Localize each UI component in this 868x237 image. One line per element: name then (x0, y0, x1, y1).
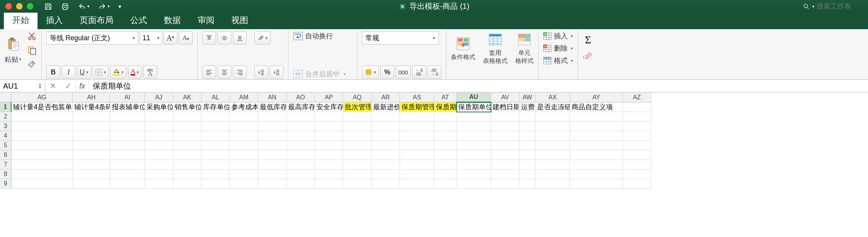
cell-AN8[interactable] (258, 170, 287, 179)
paste-button[interactable] (5, 36, 21, 53)
accept-formula-icon[interactable]: ✓ (61, 81, 76, 91)
cell-AT7[interactable] (434, 160, 457, 170)
column-header-AN[interactable]: AN (258, 92, 287, 102)
bold-button[interactable]: B (46, 66, 60, 79)
minimize-window-button[interactable] (16, 3, 23, 10)
underline-button[interactable]: U (77, 66, 91, 79)
align-right-button[interactable] (233, 66, 247, 79)
cell-AK5[interactable] (173, 141, 201, 150)
cell-AK6[interactable] (173, 150, 201, 160)
cell-AN4[interactable] (258, 131, 287, 141)
cell-AU9[interactable] (457, 179, 491, 189)
cell-AL1[interactable]: 库存单位 (201, 102, 230, 112)
cell-AQ1[interactable]: 批次管理 (343, 102, 372, 112)
cell-AK9[interactable] (173, 179, 201, 189)
cell-AV7[interactable] (491, 160, 519, 170)
cell-AP5[interactable] (315, 141, 343, 150)
cell-AR4[interactable] (372, 131, 400, 141)
insert-cells-button[interactable]: 插入▾ (543, 31, 573, 41)
cell-AL2[interactable] (201, 112, 230, 122)
cell-AI2[interactable] (110, 112, 145, 122)
cell-AP6[interactable] (315, 150, 343, 160)
search-box[interactable]: ▾ (803, 2, 863, 10)
cell-AO6[interactable] (287, 150, 315, 160)
merge-center-button[interactable]: 合并后居中 ▾ (293, 69, 352, 79)
align-left-button[interactable] (202, 66, 216, 79)
cell-AY5[interactable] (570, 141, 623, 150)
cell-AH9[interactable] (73, 179, 110, 189)
cell-AU2[interactable] (457, 112, 491, 122)
tab-开始[interactable]: 开始 (4, 12, 38, 29)
column-header-AT[interactable]: AT (434, 92, 457, 102)
cell-AI9[interactable] (110, 179, 145, 189)
cell-AZ3[interactable] (623, 122, 651, 131)
align-bottom-button[interactable] (233, 31, 247, 44)
cell-AY8[interactable] (570, 170, 623, 179)
cell-AM3[interactable] (230, 122, 258, 131)
cell-AY9[interactable] (570, 179, 623, 189)
cell-AM1[interactable]: 参考成本 (230, 102, 258, 112)
cell-AJ3[interactable] (145, 122, 173, 131)
column-header-AH[interactable]: AH (73, 92, 110, 102)
cut-icon[interactable] (27, 31, 37, 41)
cell-AT9[interactable] (434, 179, 457, 189)
cell-AV5[interactable] (491, 141, 519, 150)
cell-AO8[interactable] (287, 170, 315, 179)
cell-AW1[interactable]: 运费 (519, 102, 536, 112)
cell-AR7[interactable] (372, 160, 400, 170)
cell-AH5[interactable] (73, 141, 110, 150)
cell-AT8[interactable] (434, 170, 457, 179)
cell-AW5[interactable] (519, 141, 536, 150)
cell-AV4[interactable] (491, 131, 519, 141)
borders-button[interactable] (93, 66, 109, 79)
cell-AH3[interactable] (73, 122, 110, 131)
cell-AP1[interactable]: 安全库存 (315, 102, 343, 112)
cell-AV6[interactable] (491, 150, 519, 160)
cell-AX3[interactable] (536, 122, 570, 131)
cell-AQ5[interactable] (343, 141, 372, 150)
row-header-4[interactable]: 4 (0, 131, 11, 141)
print-icon[interactable] (61, 2, 69, 11)
cell-AY7[interactable] (570, 160, 623, 170)
column-header-AK[interactable]: AK (173, 92, 201, 102)
cell-AM2[interactable] (230, 112, 258, 122)
cell-AP8[interactable] (315, 170, 343, 179)
cell-AG5[interactable] (11, 141, 73, 150)
cell-AN5[interactable] (258, 141, 287, 150)
cell-AR5[interactable] (372, 141, 400, 150)
cell-AM8[interactable] (230, 170, 258, 179)
cell-AV9[interactable] (491, 179, 519, 189)
percent-button[interactable]: % (380, 66, 394, 79)
cell-AR1[interactable]: 最新进价 (372, 102, 400, 112)
close-window-button[interactable] (5, 3, 12, 10)
orientation-button[interactable]: ab (254, 31, 270, 44)
formula-input[interactable]: 保质期单位 (89, 81, 868, 91)
cell-AW2[interactable] (519, 112, 536, 122)
font-size-selector[interactable]: 11 (140, 31, 162, 44)
cell-AL8[interactable] (201, 170, 230, 179)
cell-AJ4[interactable] (145, 131, 173, 141)
tab-插入[interactable]: 插入 (38, 12, 71, 29)
cell-AG7[interactable] (11, 160, 73, 170)
cell-AX7[interactable] (536, 160, 570, 170)
cell-AZ5[interactable] (623, 141, 651, 150)
number-format-selector[interactable]: 常规 (362, 31, 439, 44)
cell-AH2[interactable] (73, 112, 110, 122)
cell-AS9[interactable] (400, 179, 434, 189)
column-header-AI[interactable]: AI (110, 92, 145, 102)
tab-公式[interactable]: 公式 (122, 12, 156, 29)
cell-AH4[interactable] (73, 131, 110, 141)
cell-AL5[interactable] (201, 141, 230, 150)
cell-AV8[interactable] (491, 170, 519, 179)
fx-icon[interactable]: fx (76, 80, 89, 92)
comma-style-button[interactable]: 000 (396, 66, 411, 79)
cell-AN7[interactable] (258, 160, 287, 170)
cell-AH6[interactable] (73, 150, 110, 160)
cell-AP7[interactable] (315, 160, 343, 170)
cell-AO2[interactable] (287, 112, 315, 122)
cell-AQ2[interactable] (343, 112, 372, 122)
cell-AL4[interactable] (201, 131, 230, 141)
cell-AS4[interactable] (400, 131, 434, 141)
cell-AS7[interactable] (400, 160, 434, 170)
decrease-decimal-button[interactable]: .00→.0 (427, 66, 441, 79)
